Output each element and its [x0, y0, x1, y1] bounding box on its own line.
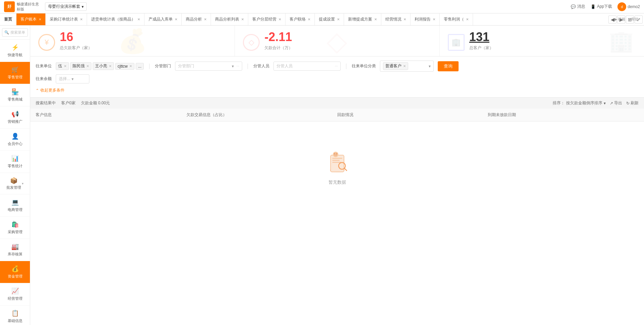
total-customers-label: 总客户（家） [469, 45, 493, 51]
credit-customers-label: 总欠款客户（家） [60, 45, 92, 51]
top-bar-left: 好 畅捷通好生意 标版 母婴行业演示帐套 ▾ [4, 1, 87, 12]
close-tab-icon[interactable]: ✕ [337, 17, 340, 21]
finance-icon: 💰 [11, 265, 19, 273]
sidebar-item-marketing[interactable]: 📢 营销推广 [0, 106, 30, 129]
svg-rect-4 [332, 162, 341, 163]
person-select[interactable]: 分管人员 ··· [273, 62, 341, 71]
sidebar-search-box[interactable]: 🔍 搜索菜单 [2, 28, 28, 37]
close-tab-icon[interactable]: ✕ [433, 17, 435, 21]
results-info: 搜索结果中 客户0家 欠款金额 0.00元 [36, 100, 110, 106]
close-tab-icon[interactable]: ✕ [308, 17, 310, 21]
store-selector[interactable]: 母婴行业演示帐套 ▾ [45, 2, 87, 11]
unit-type-select[interactable]: 普通客户 ✕ ▾ [380, 61, 434, 72]
sort-selector[interactable]: 排序： 按欠款金额倒序排序 ▾ [553, 100, 606, 106]
tab-purchase-order[interactable]: 采购订单统计表 ✕ [46, 13, 87, 25]
ecommerce-icon: 💻 [11, 198, 19, 206]
remove-tag-wu[interactable]: ✕ [64, 64, 67, 68]
logo-area: 好 畅捷通好生意 标版 [4, 1, 39, 12]
chevron-down-icon: ▾ [232, 64, 234, 69]
tab-business[interactable]: 经营情况 ✕ [381, 13, 411, 25]
sidebar-item-ecommerce[interactable]: 💻 电商管理 [0, 194, 30, 217]
tab-stock-in[interactable]: 进货单统计表（按商品） ✕ [87, 13, 144, 25]
close-tab-icon[interactable]: ✕ [204, 17, 207, 21]
sidebar-item-operation[interactable]: 📈 经营管理 [0, 283, 30, 305]
collapse-button[interactable]: ⌃ 收起更多条件 [36, 87, 639, 93]
close-tab-icon[interactable]: ✕ [278, 17, 281, 21]
message-button[interactable]: 💬 消息 [571, 4, 585, 9]
person-more-icon[interactable]: ··· [335, 64, 338, 68]
export-button[interactable]: ↗ 导出 [610, 100, 622, 106]
results-bar: 搜索结果中 客户0家 欠款金额 0.00元 排序： 按欠款金额倒序排序 ▾ ↗ … [30, 98, 644, 109]
sidebar-item-quick-nav[interactable]: ⚡ 快捷导航 [0, 40, 30, 62]
chevron-right-icon: ▾ [22, 182, 24, 185]
remove-tag-chen[interactable]: ✕ [86, 64, 89, 68]
close-tab-icon[interactable]: ✕ [466, 17, 469, 21]
close-tab-icon[interactable]: ✕ [241, 17, 244, 21]
close-tab-icon[interactable]: ✕ [137, 17, 140, 21]
tab-retail-profit[interactable]: 零售利润（ ✕ [440, 13, 473, 25]
results-actions: 排序： 按欠款金额倒序排序 ▾ ↗ 导出 ↻ 刷新 [553, 100, 639, 106]
amount-select[interactable]: 选择... ▾ [56, 74, 89, 83]
tab-new-achievement[interactable]: 新增提成方案 ✕ [344, 13, 381, 25]
refresh-button[interactable]: ↻ 刷新 [626, 100, 639, 106]
filter-tag-chen: 陈民强 ✕ [70, 62, 91, 70]
stat-building-icon: 🏢 [448, 34, 465, 51]
tab-product-list[interactable]: 商品分析列表 ✕ [211, 13, 248, 25]
close-tab-icon[interactable]: ✕ [403, 17, 406, 21]
more-options-icon[interactable]: ··· [237, 64, 239, 68]
th-customer-info: 客户信息 [36, 112, 186, 118]
tab-customer-book[interactable]: 客户账本 ✕ [16, 13, 46, 25]
close-tab-icon[interactable]: ✕ [374, 17, 377, 21]
filter-tag-wu: 伍 ✕ [56, 62, 69, 70]
dept-select[interactable]: 分管部门 ▾ ··· [175, 62, 242, 71]
svg-rect-3 [332, 160, 340, 161]
top-bar-right: 💬 消息 📱 App下载 d demo2 [571, 2, 640, 11]
svg-point-10 [335, 155, 335, 155]
top-bar: 好 畅捷通好生意 标版 母婴行业演示帐套 ▾ 💬 消息 📱 App下载 d de… [0, 0, 644, 13]
sidebar-item-retail-stats[interactable]: 📊 零售统计 [0, 151, 30, 173]
remove-tag-wang[interactable]: ✕ [109, 64, 112, 68]
app-download-button[interactable]: 📱 App下载 [591, 4, 612, 9]
divider [149, 64, 149, 69]
download-icon: 📱 [591, 4, 596, 9]
tab-profit[interactable]: 利润报告 ✕ [411, 13, 440, 25]
purchase-icon: 🛍️ [11, 221, 19, 228]
th-due-date: 到期未放款日期 [488, 112, 639, 118]
sidebar-item-inventory[interactable]: 🏭 库存核算 [0, 239, 30, 261]
tab-promotion-settings[interactable]: 提成设置 ✕ [315, 13, 344, 25]
filter-tag-wang: 王小亮 ✕ [93, 62, 114, 70]
export-icon: ↗ [610, 101, 613, 106]
chevron-down-icon: ▾ [82, 4, 84, 9]
close-tab-icon[interactable]: ✕ [175, 17, 177, 21]
member-icon: 👤 [11, 133, 19, 140]
sidebar-item-retail-mall[interactable]: 🏪 零售商城 [0, 84, 30, 106]
sidebar-item-basic-info[interactable]: 📋 基础信息 [0, 305, 30, 325]
user-avatar-button[interactable]: d demo2 [617, 2, 640, 11]
remove-tag-cjttcw[interactable]: ✕ [129, 64, 132, 68]
close-tab-icon[interactable]: ✕ [80, 17, 83, 21]
tab-customer-contact[interactable]: 客户联络 ✕ [286, 13, 315, 25]
svg-point-7 [333, 152, 338, 157]
tab-product-analysis[interactable]: 商品分析 ✕ [182, 13, 211, 25]
sidebar-item-wholesale[interactable]: 📦 批发管理 ▾ [0, 173, 30, 194]
filter-area: 往来单位 伍 ✕ 陈民强 ✕ 王小亮 ✕ cjttcw [30, 57, 644, 98]
credit-amount-label: 欠款合计（万） [264, 45, 293, 51]
retail-mall-icon: 🏪 [11, 88, 19, 96]
nav-tabs: 首页 客户账本 ✕ 采购订单统计表 ✕ 进货单统计表（按商品） ✕ 产成品入库单… [0, 13, 644, 26]
sidebar-item-member[interactable]: 👤 会员中心 [0, 129, 30, 151]
sidebar-item-finance[interactable]: 💰 资金管理 [0, 261, 30, 283]
query-button[interactable]: 查询 [438, 61, 459, 71]
search-icon: 🔍 [4, 30, 9, 35]
tab-cost-stock[interactable]: 产成品入库单 ✕ [144, 13, 182, 25]
filter-tag-more[interactable]: ... [136, 63, 144, 70]
remove-normal-customer[interactable]: ✕ [403, 64, 406, 68]
chevron-down-icon3: ▾ [72, 77, 74, 81]
tab-customer-segment[interactable]: 客户分层经营 ✕ [248, 13, 286, 25]
th-repayment: 回款情况 [337, 112, 488, 118]
operation-icon: 📈 [11, 287, 19, 295]
basic-info-icon: 📋 [11, 310, 19, 317]
tab-home[interactable]: 首页 [0, 13, 16, 25]
close-tab-icon[interactable]: ✕ [39, 17, 41, 21]
sidebar-item-purchase[interactable]: 🛍️ 采购管理 [0, 217, 30, 239]
sidebar-item-retail-mgmt[interactable]: 🛒 零售管理 [0, 62, 30, 84]
